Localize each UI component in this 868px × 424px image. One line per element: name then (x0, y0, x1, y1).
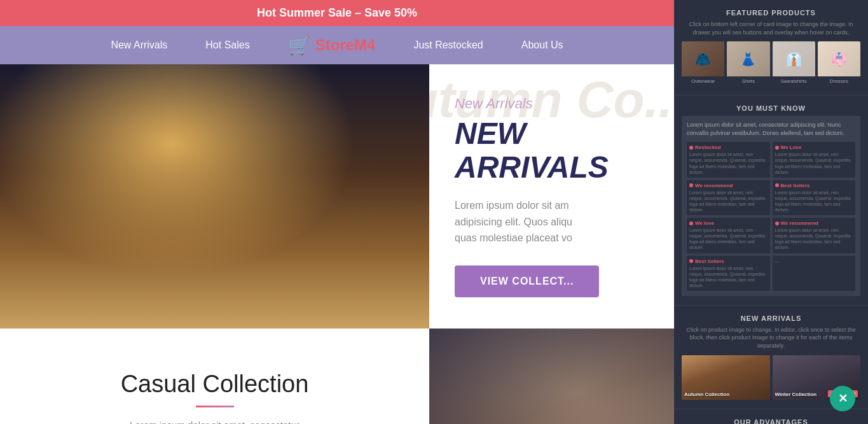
featured-products-grid: 🧥 Outerwear 👗 Shirts 👔 Sweatshirts 👘 (682, 41, 860, 86)
fp-item-shirts[interactable]: 👗 Shirts (727, 41, 769, 86)
our-advantages-title: OUR ADVANTAGES (682, 418, 860, 424)
casual-description: Lorem ipsum dolor sit amet, consectetur … (118, 418, 311, 425)
fp-label-sweatshirts: Sweatshirts (773, 76, 815, 86)
fp-label-outerwear: Outerwear (682, 76, 724, 86)
ymk-grid: Restocked Lorem ipsum dolor sit amet, re… (687, 142, 855, 215)
nav-hot-sales[interactable]: Hot Sales (205, 39, 249, 51)
ymk-restocked: Restocked Lorem ipsum dolor sit amet, re… (687, 142, 770, 177)
hero-image (0, 64, 429, 329)
logo-text: StoreM4 (315, 36, 376, 54)
hero-description: Lorem ipsum dolor sit am adipisicing eli… (455, 197, 572, 246)
nav-just-restocked[interactable]: Just Restocked (413, 39, 483, 51)
hero-tagline: New Arrivals (455, 95, 533, 112)
ymk-we-recommend-2: We recommend Lorem ipsum dolor sit amet,… (773, 218, 856, 253)
our-advantages-section: OUR ADVANTAGES 🚚 Fast & FreeShipping ♡ W… (674, 409, 868, 424)
nav-logo[interactable]: 🛒 StoreM4 (288, 35, 376, 56)
ymk-best-sellers: Best Sellers Lorem ipsum dolor sit amet,… (773, 180, 856, 215)
fp-item-sweatshirts[interactable]: 👔 Sweatshirts (773, 41, 815, 86)
promo-banner[interactable]: Hot Summer Sale – Save 50% (0, 0, 674, 26)
nav-about-us[interactable]: About Us (521, 39, 563, 51)
fp-label-dresses: Dresses (818, 76, 860, 86)
ymk-we-love: We Love Lorem ipsum dolor sit amet, rem … (773, 142, 856, 177)
ymk-content: Lorem ipsum dolor sit amet, consectetur … (682, 116, 860, 296)
new-arrivals-subtitle: Click on product image to change. In edi… (682, 326, 860, 350)
ymk-we-love-2: We love Lorem ipsum dolor sit amet, rem … (687, 218, 770, 253)
casual-divider (196, 406, 234, 407)
main-content-area: Hot Summer Sale – Save 50% New Arrivals … (0, 0, 674, 424)
casual-image (429, 329, 674, 424)
hero-subtitle: NEWARRIVALS (455, 117, 609, 185)
nav-new-arrivals[interactable]: New Arrivals (111, 39, 167, 51)
new-arrivals-title: NEW ARRIVALS (682, 314, 860, 322)
na-winter-label: Winter Collection (775, 392, 817, 397)
featured-products-section: FEATURED PRODUCTS Click on bottom left c… (674, 0, 868, 95)
promo-text: Hot Summer Sale – Save 50% (257, 6, 417, 19)
you-must-know-title: YOU MUST KNOW (682, 104, 860, 112)
ymk-best-sellers-2: Best Sellers Lorem ipsum dolor sit amet,… (687, 256, 770, 291)
ymk-header-text: Lorem ipsum dolor sit amet, consectetur … (687, 121, 855, 137)
hero-person-bg (0, 64, 429, 329)
you-must-know-section: YOU MUST KNOW Lorem ipsum dolor sit amet… (674, 95, 868, 306)
bottom-section: Casual Collection Lorem ipsum dolor sit … (0, 329, 674, 424)
cart-icon: 🛒 (288, 35, 310, 56)
hero-content: Autumn Co... New Arrivals NEWARRIVALS Lo… (429, 64, 674, 329)
casual-collection-info: Casual Collection Lorem ipsum dolor sit … (0, 329, 429, 424)
casual-image-overlay (429, 329, 674, 424)
fp-item-outerwear[interactable]: 🧥 Outerwear (682, 41, 724, 86)
featured-products-subtitle: Click on bottom left corner of card imag… (682, 20, 860, 36)
ymk-grid-2: We love Lorem ipsum dolor sit amet, rem … (687, 218, 855, 291)
hero-section: Autumn Co... New Arrivals NEWARRIVALS Lo… (0, 64, 674, 329)
na-autumn-label: Autumn Collection (684, 392, 729, 397)
navbar: New Arrivals Hot Sales 🛒 StoreM4 Just Re… (0, 26, 674, 64)
right-panel[interactable]: FEATURED PRODUCTS Click on bottom left c… (674, 0, 868, 424)
navbar-links: New Arrivals Hot Sales 🛒 StoreM4 Just Re… (111, 35, 563, 56)
featured-products-title: FEATURED PRODUCTS (682, 9, 860, 17)
view-collection-button[interactable]: VIEW COLLECT... (455, 265, 599, 297)
fp-item-dresses[interactable]: 👘 Dresses (818, 41, 860, 86)
na-autumn[interactable]: Autumn Collection (682, 355, 770, 400)
ymk-placeholder: — (773, 256, 856, 291)
casual-title: Casual Collection (121, 371, 309, 398)
ymk-we-recommend: We recommend Lorem ipsum dolor sit amet,… (687, 180, 770, 215)
fp-label-shirts: Shirts (727, 76, 769, 86)
close-button[interactable]: ✕ (830, 386, 855, 411)
